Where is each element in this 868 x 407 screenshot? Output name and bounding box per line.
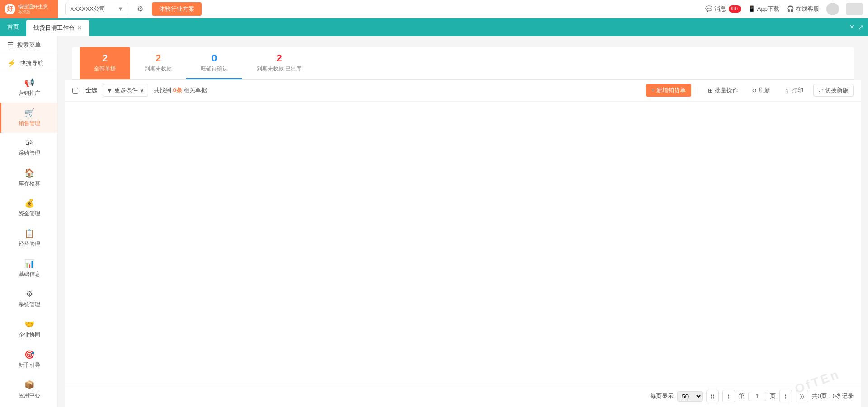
stat-label-pending: 旺铺待确认 [201,65,228,73]
message-badge: 99+ [729,5,741,13]
header-right: 💬 消息 99+ 📱 App下载 🎧 在线客服 [705,3,863,15]
sidebar-item-label: 经营管理 [19,240,40,248]
page-suffix: 页 [770,392,776,400]
stat-number-all: 2 [102,52,108,64]
basic-info-icon: 📊 [24,259,34,269]
found-count: 0条 [173,87,182,94]
add-sale-button[interactable]: + 新增销货单 [646,84,691,97]
tab-expand-icon[interactable]: ⤢ [858,23,863,32]
tab-workbench[interactable]: 钱货日清工作台 ✕ [26,20,89,36]
stat-number-shipped: 2 [277,52,282,64]
guide-icon: 🎯 [24,350,34,360]
operations-icon: 📋 [24,229,34,239]
stats-tabs: 2 全部单据 2 到期未收款 0 旺铺待确认 2 到期未收款 已出库 [72,47,854,80]
stat-tab-shipped[interactable]: 2 到期未收款 已出库 [242,47,316,79]
found-text: 共找到 0条 相关单据 [154,86,207,94]
sidebar-item-guide[interactable]: 🎯 新手引导 [0,344,57,374]
sidebar-item-marketing[interactable]: 📢 营销推广 [0,72,57,103]
per-page-label: 每页显示 [650,392,674,400]
page-input[interactable] [748,392,766,401]
app-download-button[interactable]: 📱 App下载 [748,5,779,13]
online-service-button[interactable]: 🎧 在线客服 [787,5,819,13]
sales-icon: 🛒 [24,108,34,118]
page-last-button[interactable]: ⟩⟩ [796,390,808,402]
sidebar-item-purchase[interactable]: 🛍 采购管理 [0,133,57,163]
enterprise-icon: 🤝 [24,319,34,329]
quick-nav-item[interactable]: ⚡ 快捷导航 [0,54,57,72]
logo-text: 畅捷通好生意 标准版 [18,3,48,15]
sidebar-item-enterprise[interactable]: 🤝 企业协同 [0,314,57,344]
stat-label-shipped: 到期未收款 已出库 [257,65,302,73]
select-all-label: 全选 [85,86,97,94]
refresh-button[interactable]: ↻ 刷新 [748,84,774,96]
tab-bar: 首页 钱货日清工作台 ✕ × ⤢ [0,18,868,36]
print-button[interactable]: 🖨 打印 [780,84,807,96]
per-page-select[interactable]: 50 100 200 [677,391,703,402]
batch-icon: ⊞ [708,87,713,94]
company-name: XXXXXX公司 [70,5,115,13]
tab-home[interactable]: 首页 [0,18,26,36]
inventory-icon: 🏠 [24,168,34,178]
pagination: 每页显示 50 100 200 ⟨⟨ ⟨ 第 页 ⟩ ⟩⟩ 共0页，0条记录 [65,385,861,407]
print-icon: 🖨 [784,87,790,94]
sidebar-item-system[interactable]: ⚙ 系统管理 [0,284,57,314]
sidebar-item-app-center[interactable]: 📦 应用中心 [0,374,57,405]
sidebar: ☰ 搜索菜单 ⚡ 快捷导航 📢 营销推广 🛒 销售管理 🛍 采购管理 🏠 库存核… [0,36,58,407]
sidebar-item-inventory[interactable]: 🏠 库存核算 [0,163,57,193]
app-center-icon: 📦 [24,380,34,390]
sidebar-item-label: 销售管理 [19,120,40,127]
marketing-icon: 📢 [24,78,34,88]
sidebar-item-label: 应用中心 [19,392,40,399]
sidebar-item-label: 企业协同 [19,331,40,339]
sidebar-item-sales[interactable]: 🛒 销售管理 [0,103,57,133]
toolbar-right: + 新增销货单 ⊞ 批量操作 ↻ 刷新 🖨 打印 ⇌ 切换新版 [646,84,854,97]
sidebar-item-label: 库存核算 [19,180,40,187]
logo-badge: 标准版 [18,9,48,15]
toolbar: 全选 ▼ 更多条件 ∨ 共找到 0条 相关单据 + 新增销货单 ⊞ 批量操作 ↻ [65,80,861,102]
avatar-extra[interactable] [846,3,863,15]
content-area: 2 全部单据 2 到期未收款 0 旺铺待确认 2 到期未收款 已出库 [58,36,868,407]
page-next-button[interactable]: ⟩ [779,390,792,402]
page-prev-button[interactable]: ⟨ [722,390,735,402]
sidebar-item-operations[interactable]: 📋 经营管理 [0,223,57,253]
filter-button[interactable]: ▼ 更多条件 ∨ [103,84,148,97]
table-area [65,102,861,385]
filter-icon: ▼ [107,87,113,94]
sidebar-item-finance[interactable]: 💰 资金管理 [0,193,57,223]
sidebar-item-label: 资金管理 [19,210,40,218]
stat-tab-pending[interactable]: 0 旺铺待确认 [186,47,242,79]
stat-number-pending: 0 [212,52,217,64]
sidebar-item-label: 营销推广 [19,89,40,97]
total-label: 共0页，0条记录 [812,392,854,400]
purchase-icon: 🛍 [25,138,33,148]
message-button[interactable]: 💬 消息 99+ [705,5,741,13]
select-all-checkbox[interactable] [72,88,78,94]
trial-button[interactable]: 体验行业方案 [152,2,202,16]
sidebar-item-label: 基础信息 [19,271,40,278]
switch-icon: ⇌ [818,87,823,94]
chevron-icon: ∨ [140,87,144,94]
avatar[interactable] [826,3,839,15]
page-first-button[interactable]: ⟨⟨ [706,390,719,402]
sidebar-item-basic-info[interactable]: 📊 基础信息 [0,253,57,284]
switch-version-button[interactable]: ⇌ 切换新版 [813,84,854,97]
batch-operation-button[interactable]: ⊞ 批量操作 [704,84,742,96]
service-icon: 🎧 [787,5,794,12]
tab-close-icon[interactable]: ✕ [77,25,82,31]
main-layout: ☰ 搜索菜单 ⚡ 快捷导航 📢 营销推广 🛒 销售管理 🛍 采购管理 🏠 库存核… [0,36,868,407]
quick-nav-icon: ⚡ [7,59,16,67]
stat-label-overdue: 到期未收款 [145,65,172,73]
company-selector[interactable]: XXXXXX公司 ▼ [65,3,128,15]
top-header: 好 畅捷通好生意 标准版 XXXXXX公司 ▼ ⚙ 体验行业方案 💬 消息 99… [0,0,868,18]
stat-label-all: 全部单据 [94,65,116,73]
settings-button[interactable]: ⚙ [133,2,147,16]
stat-tab-all[interactable]: 2 全部单据 [80,47,130,79]
stat-tab-overdue[interactable]: 2 到期未收款 [130,47,186,79]
tab-minimize-icon[interactable]: × [850,23,854,31]
sidebar-item-wechat[interactable]: 💬 企业微信 [0,405,57,407]
search-menu-item[interactable]: ☰ 搜索菜单 [0,36,57,54]
search-icon: ☰ [7,41,14,49]
divider [698,87,698,94]
tab-bar-right: × ⤢ [846,23,868,32]
chevron-down-icon: ▼ [118,5,123,12]
